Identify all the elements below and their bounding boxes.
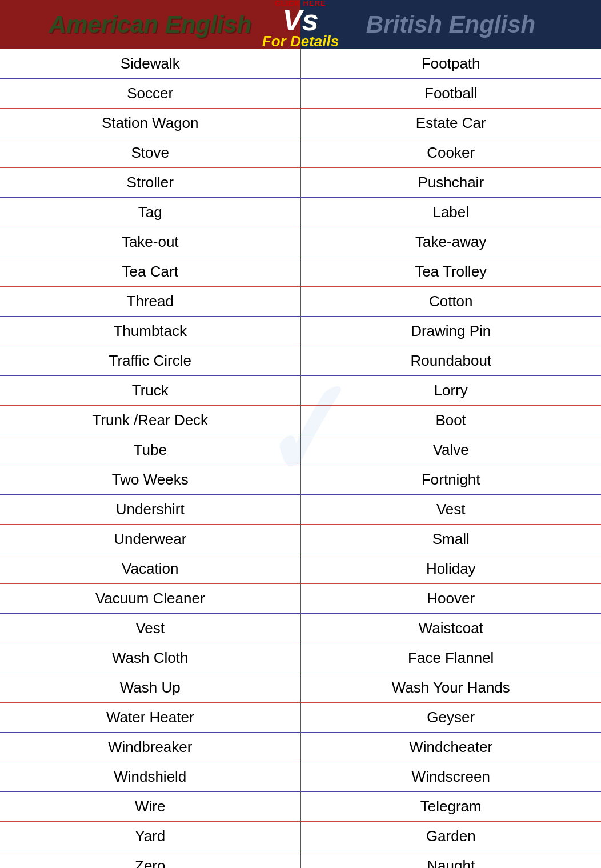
american-term: Water Heater <box>0 703 300 733</box>
british-term: Waistcoat <box>300 614 601 643</box>
vs-text: Vs <box>262 6 339 33</box>
american-term: Truck <box>0 376 300 406</box>
american-term: Tea Cart <box>0 257 300 287</box>
british-term: Geyser <box>300 703 601 733</box>
british-term: Lorry <box>300 376 601 406</box>
american-term: Vest <box>0 614 300 643</box>
header: American English CLICK HERE Vs For Detai… <box>0 0 601 49</box>
british-term: Take-away <box>300 227 601 257</box>
british-term: Cooker <box>300 138 601 168</box>
table-row: SidewalkFootpath <box>0 49 601 79</box>
table-row: StoveCooker <box>0 138 601 168</box>
american-term: Zero <box>0 851 300 869</box>
british-term: Valve <box>300 435 601 465</box>
header-british-section: British English <box>300 0 601 49</box>
british-term: Pushchair <box>300 168 601 198</box>
table-row: UndershirtVest <box>0 495 601 525</box>
british-term: Telegram <box>300 792 601 822</box>
table-row: Station WagonEstate Car <box>0 109 601 138</box>
american-term: Tag <box>0 198 300 227</box>
british-term: Small <box>300 525 601 554</box>
american-term: Thumbtack <box>0 317 300 346</box>
table-row: Take-outTake-away <box>0 227 601 257</box>
british-term: Vest <box>300 495 601 525</box>
british-term: Garden <box>300 822 601 851</box>
british-term: Boot <box>300 406 601 435</box>
table-row: ZeroNaught <box>0 851 601 869</box>
table-row: Traffic CircleRoundabout <box>0 346 601 376</box>
british-term: Windscreen <box>300 762 601 792</box>
british-term: Hoover <box>300 584 601 614</box>
british-term: Holiday <box>300 554 601 584</box>
table-row: Wash ClothFace Flannel <box>0 643 601 673</box>
british-term: Label <box>300 198 601 227</box>
table-row: WireTelegram <box>0 792 601 822</box>
table-row: SoccerFootball <box>0 79 601 109</box>
american-term: Wash Up <box>0 673 300 703</box>
british-term: Wash Your Hands <box>300 673 601 703</box>
table-row: UnderwearSmall <box>0 525 601 554</box>
table-row: Vacuum CleanerHoover <box>0 584 601 614</box>
table-row: VacationHoliday <box>0 554 601 584</box>
american-term: Windshield <box>0 762 300 792</box>
american-term: Wash Cloth <box>0 643 300 673</box>
table-row: WindshieldWindscreen <box>0 762 601 792</box>
table-row: TruckLorry <box>0 376 601 406</box>
table-row: Two WeeksFortnight <box>0 465 601 495</box>
british-term: Drawing Pin <box>300 317 601 346</box>
american-term: Undershirt <box>0 495 300 525</box>
for-details-text: For Details <box>262 33 339 50</box>
british-term: Tea Trolley <box>300 257 601 287</box>
table-row: ThreadCotton <box>0 287 601 317</box>
british-term: Footpath <box>300 49 601 79</box>
british-term: Fortnight <box>300 465 601 495</box>
header-american-section: American English <box>0 0 300 49</box>
translation-table: SidewalkFootpathSoccerFootballStation Wa… <box>0 49 601 868</box>
american-term: Station Wagon <box>0 109 300 138</box>
table-row: Water HeaterGeyser <box>0 703 601 733</box>
table-row: Wash UpWash Your Hands <box>0 673 601 703</box>
british-term: Naught <box>300 851 601 869</box>
american-term: Underwear <box>0 525 300 554</box>
table-row: TubeValve <box>0 435 601 465</box>
american-english-title: American English <box>49 11 252 38</box>
header-overlay[interactable]: CLICK HERE Vs For Details <box>262 0 339 50</box>
british-term: Roundabout <box>300 346 601 376</box>
american-term: Vacation <box>0 554 300 584</box>
table-row: Tea CartTea Trolley <box>0 257 601 287</box>
american-term: Traffic Circle <box>0 346 300 376</box>
american-term: Tube <box>0 435 300 465</box>
table-row: WindbreakerWindcheater <box>0 733 601 762</box>
british-term: Estate Car <box>300 109 601 138</box>
american-term: Stroller <box>0 168 300 198</box>
british-term: Face Flannel <box>300 643 601 673</box>
table-row: StrollerPushchair <box>0 168 601 198</box>
american-term: Stove <box>0 138 300 168</box>
american-term: Wire <box>0 792 300 822</box>
british-term: Cotton <box>300 287 601 317</box>
table-row: VestWaistcoat <box>0 614 601 643</box>
british-term: Windcheater <box>300 733 601 762</box>
american-term: Windbreaker <box>0 733 300 762</box>
american-term: Soccer <box>0 79 300 109</box>
table-row: Trunk /Rear DeckBoot <box>0 406 601 435</box>
american-term: Thread <box>0 287 300 317</box>
american-term: Trunk /Rear Deck <box>0 406 300 435</box>
american-term: Yard <box>0 822 300 851</box>
table-row: TagLabel <box>0 198 601 227</box>
american-term: Take-out <box>0 227 300 257</box>
american-term: Sidewalk <box>0 49 300 79</box>
table-row: ThumbtackDrawing Pin <box>0 317 601 346</box>
american-term: Two Weeks <box>0 465 300 495</box>
british-term: Football <box>300 79 601 109</box>
american-term: Vacuum Cleaner <box>0 584 300 614</box>
table-row: YardGarden <box>0 822 601 851</box>
british-english-title: British English <box>366 11 535 38</box>
